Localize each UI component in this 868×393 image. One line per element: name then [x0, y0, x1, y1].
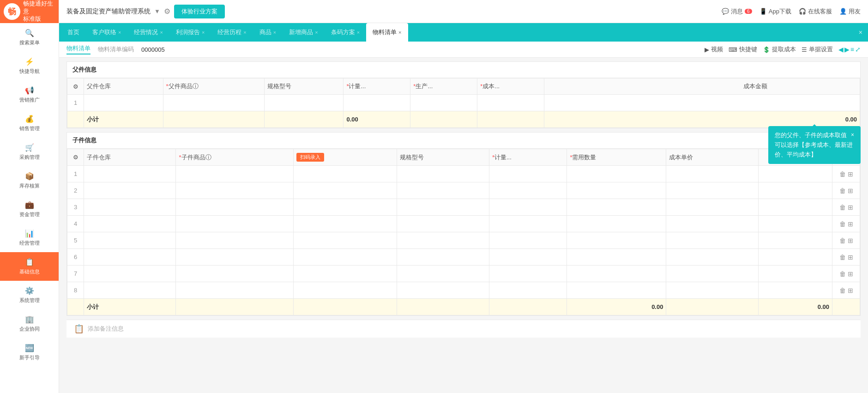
child-row-2-spec[interactable]	[397, 182, 489, 199]
sidebar-item-inventory[interactable]: 📦库存核算	[0, 166, 59, 195]
child-row-1-unit[interactable]	[489, 166, 567, 182]
child-row-3-warehouse[interactable]	[84, 199, 176, 216]
nav-tab-close-7[interactable]: ×	[357, 30, 360, 35]
sidebar-item-operation[interactable]: 📊经营管理	[0, 224, 59, 252]
sidebar-item-marketing[interactable]: 📢营销推广	[0, 80, 59, 109]
copy-icon-8[interactable]: ⊞	[848, 287, 853, 294]
delete-icon-7[interactable]: 🗑	[839, 270, 846, 278]
child-row-6-quantity[interactable]	[567, 249, 666, 266]
parent-th-settings[interactable]: ⚙	[67, 79, 84, 95]
nav-tab-0[interactable]: 首页	[61, 23, 86, 42]
nav-tab-6[interactable]: 新增商品×	[283, 23, 324, 42]
child-row-5-quantity[interactable]	[567, 232, 666, 249]
child-row-3-unit-price[interactable]	[666, 199, 759, 216]
copy-icon-6[interactable]: ⊞	[848, 254, 853, 261]
message-button[interactable]: 💬 消息 6	[722, 7, 752, 16]
child-row-4-unit-price[interactable]	[666, 216, 759, 232]
child-row-8-unit-price[interactable]	[666, 282, 759, 299]
nav-tab-close-6[interactable]: ×	[315, 30, 318, 35]
trial-button[interactable]: 体验行业方案	[174, 5, 225, 18]
child-row-3-unit[interactable]	[489, 199, 567, 216]
header-dropdown-icon[interactable]: ▼	[154, 8, 160, 15]
child-row-1-spec[interactable]	[397, 166, 489, 182]
sidebar-item-quicknav[interactable]: ⚡快捷导航	[0, 52, 59, 80]
menu-icon[interactable]: ≡	[850, 46, 854, 53]
child-row-4-amount[interactable]	[759, 216, 832, 232]
child-row-5-spec[interactable]	[397, 232, 489, 249]
nav-tab-8[interactable]: 物料清单×	[366, 23, 408, 42]
parent-row-1-spec[interactable]	[264, 95, 344, 111]
sidebar-item-basic[interactable]: 📋基础信息	[0, 252, 59, 281]
sidebar-item-guide[interactable]: 🆕新手引导	[0, 338, 59, 367]
delete-icon-5[interactable]: 🗑	[839, 237, 846, 244]
child-row-2-product[interactable]	[176, 182, 294, 199]
sidebar-item-purchase[interactable]: 🛒采购管理	[0, 138, 59, 166]
child-row-1-unit-price[interactable]	[666, 166, 759, 182]
nav-tab-close-1[interactable]: ×	[118, 30, 121, 35]
parent-row-1-production[interactable]	[410, 95, 477, 111]
sidebar-item-search[interactable]: 🔍搜索菜单	[0, 23, 59, 52]
delete-icon-8[interactable]: 🗑	[839, 287, 846, 294]
doc-settings-button[interactable]: ☰ 单据设置	[802, 45, 833, 54]
parent-row-1-amount[interactable]	[544, 95, 860, 111]
child-row-5-scan[interactable]	[294, 232, 397, 249]
child-row-3-amount[interactable]	[759, 199, 832, 216]
child-row-1-product[interactable]	[176, 166, 294, 182]
copy-icon-2[interactable]: ⊞	[848, 187, 853, 194]
parent-row-1-product[interactable]	[163, 95, 264, 111]
child-row-7-spec[interactable]	[397, 266, 489, 282]
child-row-6-unit[interactable]	[489, 249, 567, 266]
child-row-3-product[interactable]	[176, 199, 294, 216]
child-row-7-product[interactable]	[176, 266, 294, 282]
shortcut-button[interactable]: ⌨ 快捷键	[729, 45, 757, 54]
video-button[interactable]: ▶ 视频	[705, 45, 723, 54]
toolbar-tab-bom[interactable]: 物料清单	[66, 44, 90, 54]
child-th-settings[interactable]: ⚙	[67, 149, 84, 166]
child-row-4-warehouse[interactable]	[84, 216, 176, 232]
delete-icon-4[interactable]: 🗑	[839, 220, 846, 228]
next-arrow[interactable]: ▶	[844, 46, 850, 53]
nav-tab-close-2[interactable]: ×	[160, 30, 163, 35]
child-row-5-warehouse[interactable]	[84, 232, 176, 249]
nav-tab-5[interactable]: 商品×	[253, 23, 283, 42]
child-row-1-quantity[interactable]	[567, 166, 666, 182]
child-row-7-quantity[interactable]	[567, 266, 666, 282]
copy-icon-5[interactable]: ⊞	[848, 237, 853, 244]
tooltip-close-button[interactable]: ×	[851, 131, 854, 139]
copy-icon-4[interactable]: ⊞	[848, 220, 853, 228]
child-row-4-unit[interactable]	[489, 216, 567, 232]
child-row-2-amount[interactable]	[759, 182, 832, 199]
child-row-7-warehouse[interactable]	[84, 266, 176, 282]
child-row-7-unit-price[interactable]	[666, 266, 759, 282]
child-row-4-scan[interactable]	[294, 216, 397, 232]
child-row-7-amount[interactable]	[759, 266, 832, 282]
delete-icon-2[interactable]: 🗑	[839, 187, 846, 194]
prev-arrow[interactable]: ◀	[838, 46, 844, 53]
nav-close-all[interactable]: ×	[855, 29, 866, 36]
nav-tab-close-8[interactable]: ×	[398, 30, 401, 35]
child-row-8-warehouse[interactable]	[84, 282, 176, 299]
parent-row-1-cost[interactable]	[477, 95, 544, 111]
nav-tab-2[interactable]: 经营情况×	[127, 23, 169, 42]
expand-icon[interactable]: ⤢	[855, 46, 861, 53]
nav-tab-close-5[interactable]: ×	[273, 30, 276, 35]
child-row-2-warehouse[interactable]	[84, 182, 176, 199]
child-row-2-scan[interactable]	[294, 182, 397, 199]
nav-tab-close-3[interactable]: ×	[202, 30, 205, 35]
child-row-5-unit-price[interactable]	[666, 232, 759, 249]
child-row-1-scan[interactable]	[294, 166, 397, 182]
child-row-6-amount[interactable]	[759, 249, 832, 266]
child-row-8-spec[interactable]	[397, 282, 489, 299]
child-row-5-unit[interactable]	[489, 232, 567, 249]
child-row-8-amount[interactable]	[759, 282, 832, 299]
sidebar-item-finance[interactable]: 💼资金管理	[0, 195, 59, 224]
child-row-4-quantity[interactable]	[567, 216, 666, 232]
child-row-2-unit[interactable]	[489, 182, 567, 199]
child-row-6-spec[interactable]	[397, 249, 489, 266]
sidebar-item-enterprise[interactable]: 🏢企业协同	[0, 309, 59, 338]
scan-button[interactable]: 扫码录入	[296, 153, 324, 162]
extract-cost-button[interactable]: 💲 提取成本	[763, 45, 796, 54]
child-row-5-amount[interactable]	[759, 232, 832, 249]
parent-row-1-unit[interactable]	[344, 95, 410, 111]
child-row-3-spec[interactable]	[397, 199, 489, 216]
